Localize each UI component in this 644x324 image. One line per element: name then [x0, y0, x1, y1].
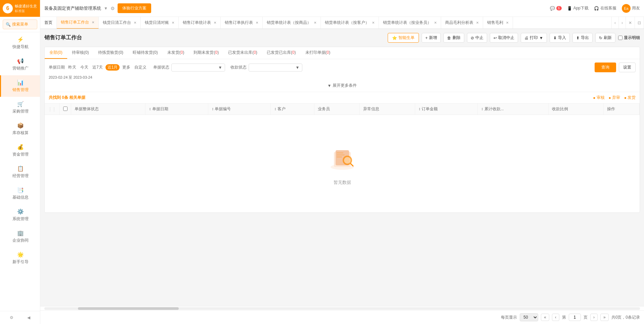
sidebar-item-enterprise[interactable]: 🏢企业协同: [0, 226, 40, 247]
th-ratio: 收款比例: [548, 104, 603, 115]
tab-close-sales-stats-customer[interactable]: ✕: [372, 21, 375, 25]
th-status: 单据整体状态: [71, 104, 145, 115]
tab-home[interactable]: 首页: [40, 17, 57, 29]
tab-sales-stats-staff[interactable]: 销货单统计表（按业务员）✕: [379, 17, 441, 29]
tab-nav-buttons: ‹ › ✕ ⊡: [611, 17, 644, 29]
message-action[interactable]: 💬 6: [550, 6, 562, 11]
cancel-stop-btn[interactable]: ↩ 取消中止: [490, 33, 518, 43]
search-menu-button[interactable]: 🔍 搜索菜单: [3, 19, 37, 29]
settings-icon[interactable]: ⚙: [8, 314, 15, 321]
sidebar-item-marketing[interactable]: 📢营销推广: [0, 54, 40, 75]
tab-close-sales-order-stats[interactable]: ✕: [214, 21, 216, 25]
refresh-btn[interactable]: ↻ 刷新: [595, 33, 615, 43]
status-tab-overdue-ship[interactable]: 到期未发货(0): [189, 47, 223, 59]
add-btn[interactable]: + 新增: [422, 33, 441, 43]
sidebar-item-base[interactable]: 📑基础信息: [0, 183, 40, 204]
tab-sales-order-exec[interactable]: 销售订单执行表✕: [221, 17, 263, 29]
reject-btn[interactable]: ● 弃审: [609, 95, 620, 100]
status-tab-not-printed[interactable]: 未打印单据(0): [301, 47, 335, 59]
tab-sales-profit[interactable]: 销售毛利✕: [483, 17, 513, 29]
download-icon: 📱: [567, 6, 572, 11]
tab-cash-daily[interactable]: 钱货日清工作台✕: [99, 17, 141, 29]
stop-btn[interactable]: ⊘ 中止: [467, 33, 487, 43]
tab-close-sales-order-exec[interactable]: ✕: [256, 21, 258, 25]
show-detail-checkbox[interactable]: [618, 36, 622, 40]
ship-btn[interactable]: ● 发货: [624, 95, 636, 100]
tab-close-product-margin[interactable]: ✕: [476, 21, 479, 25]
first-page-btn[interactable]: «: [541, 314, 549, 321]
header-right: 💬 6 📱 App下载 🎧 在线客服 Ea 用友: [550, 4, 640, 13]
status-tab-pending-review[interactable]: 待审核(0): [67, 47, 94, 59]
date-opt-custom[interactable]: 自定义: [133, 64, 148, 71]
tab-next-btn[interactable]: ›: [619, 17, 626, 29]
date-opt-7days[interactable]: 近7天: [91, 64, 104, 71]
smart-generate-btn[interactable]: ⭐ 智能生单: [388, 33, 419, 43]
export-btn[interactable]: ⬆ 导出: [572, 33, 593, 43]
date-opt-1month[interactable]: 近1月: [105, 64, 120, 71]
tab-close-all-btn[interactable]: ✕: [626, 17, 635, 29]
total-pages: 共0页，0条记录: [611, 315, 640, 320]
query-btn[interactable]: 查询: [595, 63, 616, 72]
tab-close-sales-stats-product[interactable]: ✕: [314, 21, 316, 25]
sidebar-item-system[interactable]: ⚙️系统管理: [0, 204, 40, 226]
show-detail-label[interactable]: 显示明细: [618, 35, 640, 41]
tab-close-sales-stats-staff[interactable]: ✕: [434, 21, 437, 25]
status-tab-shipped-not-stocked[interactable]: 已发货未出库(0): [223, 47, 262, 59]
next-page-btn[interactable]: ›: [590, 314, 598, 321]
set-btn[interactable]: 设置: [619, 63, 636, 72]
tab-prev-btn[interactable]: ‹: [612, 17, 619, 29]
tab-cash-reconcile[interactable]: 钱货日清对账✕: [141, 17, 179, 29]
print-dropdown-icon: ▼: [539, 36, 543, 40]
prev-page-btn[interactable]: ‹: [552, 314, 559, 321]
per-page-select[interactable]: 50 100 200: [520, 313, 538, 321]
status-select[interactable]: ▼: [171, 64, 225, 72]
sidebar-item-sales[interactable]: 📊销售管理: [0, 75, 40, 97]
tab-sales-order-stats[interactable]: 销售订单统计表✕: [179, 17, 221, 29]
delete-btn[interactable]: 🗑 删除: [443, 33, 464, 43]
status-tab-pending-verify[interactable]: 待拣货验货(0): [93, 47, 128, 59]
tab-sales-order-workbench[interactable]: 销售订单工作台✕: [57, 17, 99, 29]
sidebar-item-finance[interactable]: 💰资金管理: [0, 140, 40, 161]
sidebar-item-quick-nav[interactable]: ⚡快捷导航: [0, 32, 40, 54]
sidebar-item-inventory[interactable]: 📦库存核算: [0, 118, 40, 140]
user-action[interactable]: Ea 用友: [622, 4, 640, 13]
sidebar-item-operation[interactable]: 📋经营管理: [0, 161, 40, 183]
online-service-action[interactable]: 🎧 在线客服: [594, 5, 616, 11]
tab-close-sales-order-workbench[interactable]: ✕: [92, 21, 94, 24]
status-tab-not-shipped[interactable]: 未发货(0): [163, 47, 189, 59]
expand-more-btn[interactable]: ▼ 展开更多条件: [328, 83, 357, 88]
tab-sales-stats-product[interactable]: 销货单统计表（按商品）✕: [263, 17, 321, 29]
date-opt-today[interactable]: 今天: [79, 64, 90, 71]
audit-btn[interactable]: ● 审核: [593, 95, 604, 100]
nav-label-sales: 销售管理: [12, 87, 29, 93]
tab-label-sales-order-stats: 销售订单统计表: [183, 20, 211, 26]
tab-label-cash-reconcile: 钱货日清对账: [145, 20, 169, 26]
import-btn[interactable]: ⬇ 导入: [550, 33, 570, 43]
tab-expand-btn[interactable]: ⊡: [635, 17, 644, 29]
select-all-checkbox[interactable]: [63, 107, 68, 111]
app-download-action[interactable]: 📱 App下载: [567, 5, 589, 11]
tab-close-cash-daily[interactable]: ✕: [134, 21, 136, 25]
tab-close-cash-reconcile[interactable]: ✕: [172, 21, 174, 25]
tab-close-sales-profit[interactable]: ✕: [506, 21, 509, 25]
status-tab-wangpu-pending-ship[interactable]: 旺铺待发货(0): [128, 47, 163, 59]
date-opt-yesterday[interactable]: 昨天: [67, 64, 78, 71]
tab-sales-stats-customer[interactable]: 销货单统计表（按客户）✕: [321, 17, 379, 29]
industry-btn[interactable]: 体验行业方案: [118, 3, 151, 13]
print-btn[interactable]: 🖨 打印 ▼: [521, 33, 547, 43]
date-opt-more[interactable]: 更多: [121, 64, 132, 71]
filter-area: 单据日期 昨天 今天 近7天 近1月 更多 自定义 单据状态: [45, 59, 640, 92]
header-dropdown-icon[interactable]: ▼: [104, 6, 108, 11]
sidebar-item-purchase[interactable]: 🛒采购管理: [0, 97, 40, 118]
status-tab-shipped-stocked[interactable]: 已发货已出库(0): [262, 47, 301, 59]
collapse-icon[interactable]: ◀: [26, 314, 32, 321]
status-tab-all[interactable]: 全部(0): [45, 47, 67, 59]
sidebar-item-guide[interactable]: 🌟新手引导: [0, 247, 40, 269]
page-input[interactable]: [569, 314, 581, 321]
header-gear-icon[interactable]: ⚙: [111, 6, 115, 11]
reject-icon: ●: [609, 95, 611, 100]
payment-select[interactable]: ▼: [249, 64, 302, 72]
scrollbar-thumb[interactable]: [78, 307, 179, 310]
tab-product-margin[interactable]: 商品毛利分析表✕: [441, 17, 483, 29]
last-page-btn[interactable]: »: [600, 314, 609, 321]
